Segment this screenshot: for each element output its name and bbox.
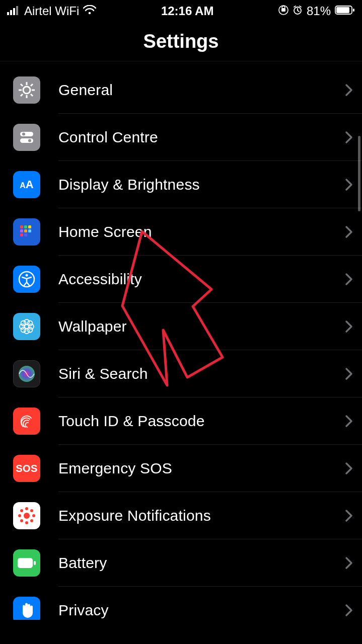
svg-rect-3	[16, 6, 18, 15]
chevron-right-icon	[345, 273, 353, 286]
apps-grid-icon	[13, 218, 40, 246]
bottom-bar	[0, 620, 362, 644]
settings-list: General Control Centre AA Display & Brig…	[0, 61, 362, 634]
svg-rect-2	[13, 8, 15, 15]
wifi-icon	[83, 4, 96, 18]
svg-line-18	[21, 94, 23, 96]
chevron-right-icon	[345, 462, 353, 475]
svg-rect-24	[20, 225, 23, 228]
orientation-lock-icon	[278, 4, 288, 18]
row-label: Siri & Search	[58, 365, 345, 382]
svg-point-36	[24, 329, 29, 334]
accessibility-icon	[13, 266, 40, 293]
svg-rect-30	[20, 233, 23, 236]
svg-point-21	[22, 133, 25, 136]
svg-rect-20	[20, 132, 33, 136]
toggles-icon	[13, 124, 40, 151]
svg-point-45	[25, 507, 28, 510]
svg-line-16	[21, 84, 23, 86]
svg-rect-0	[7, 12, 9, 15]
settings-row-emergency-sos[interactable]: SOS Emergency SOS	[0, 445, 362, 492]
svg-point-41	[21, 328, 26, 333]
svg-rect-1	[10, 10, 12, 15]
sos-icon: SOS	[13, 455, 40, 482]
gear-icon	[13, 76, 40, 104]
signal-icon	[7, 4, 20, 18]
svg-point-23	[28, 139, 31, 142]
exposure-icon	[13, 502, 40, 529]
svg-point-50	[30, 519, 33, 522]
row-label: General	[58, 82, 345, 99]
svg-point-47	[18, 514, 21, 517]
row-label: Exposure Notifications	[58, 507, 345, 524]
row-label: Control Centre	[58, 129, 345, 146]
svg-point-38	[29, 324, 34, 329]
svg-rect-28	[24, 229, 27, 232]
settings-row-wallpaper[interactable]: Wallpaper	[0, 303, 362, 350]
svg-point-52	[30, 509, 33, 512]
svg-point-11	[23, 87, 30, 94]
fingerprint-icon	[13, 408, 40, 435]
settings-row-home-screen[interactable]: Home Screen	[0, 208, 362, 256]
svg-point-42	[28, 321, 33, 326]
status-bar: Airtel WiFi 12:16 AM 81%	[0, 0, 362, 22]
row-label: Emergency SOS	[58, 460, 345, 477]
settings-row-display-brightness[interactable]: AA Display & Brightness	[0, 161, 362, 208]
chevron-right-icon	[345, 509, 353, 522]
scrollbar-thumb[interactable]	[358, 136, 360, 211]
settings-row-siri-search[interactable]: Siri & Search	[0, 350, 362, 397]
battery-icon	[335, 4, 355, 18]
row-label: Wallpaper	[58, 318, 345, 335]
chevron-right-icon	[345, 320, 353, 333]
svg-rect-53	[18, 558, 33, 568]
chevron-right-icon	[345, 131, 353, 144]
row-label: Display & Brightness	[58, 176, 345, 193]
siri-icon	[13, 360, 40, 387]
text-size-icon: AA	[13, 171, 40, 198]
svg-rect-27	[20, 229, 23, 232]
svg-point-37	[20, 324, 25, 329]
chevron-right-icon	[345, 415, 353, 428]
settings-row-accessibility[interactable]: Accessibility	[0, 256, 362, 303]
settings-row-exposure[interactable]: Exposure Notifications	[0, 492, 362, 539]
chevron-right-icon	[345, 367, 353, 380]
svg-point-39	[21, 321, 26, 326]
svg-point-51	[20, 519, 23, 522]
svg-point-48	[32, 514, 35, 517]
svg-point-33	[26, 274, 28, 277]
svg-rect-26	[28, 225, 31, 228]
svg-point-44	[24, 513, 30, 519]
svg-point-40	[28, 328, 33, 333]
svg-line-17	[31, 94, 33, 96]
settings-row-touchid[interactable]: Touch ID & Passcode	[0, 397, 362, 445]
alarm-icon	[293, 4, 303, 18]
chevron-right-icon	[345, 225, 353, 238]
row-label: Touch ID & Passcode	[58, 413, 345, 430]
chevron-right-icon	[345, 84, 353, 97]
svg-rect-29	[28, 229, 31, 232]
svg-point-49	[20, 509, 23, 512]
svg-rect-10	[353, 9, 354, 12]
page-title: Settings	[0, 22, 362, 61]
svg-point-4	[89, 12, 91, 15]
settings-row-battery[interactable]: Battery	[0, 539, 362, 587]
svg-rect-6	[281, 8, 285, 12]
clock-label: 12:16 AM	[96, 4, 278, 18]
battery-full-icon	[13, 549, 40, 577]
flower-icon	[13, 313, 40, 340]
svg-line-19	[31, 84, 33, 86]
svg-rect-9	[336, 7, 349, 13]
row-label: Privacy	[58, 602, 345, 619]
settings-row-control-centre[interactable]: Control Centre	[0, 114, 362, 161]
chevron-right-icon	[345, 604, 353, 617]
chevron-right-icon	[345, 556, 353, 570]
row-label: Accessibility	[58, 271, 345, 288]
svg-rect-25	[24, 225, 27, 228]
row-label: Battery	[58, 554, 345, 572]
settings-row-general[interactable]: General	[0, 66, 362, 114]
svg-rect-54	[34, 561, 36, 565]
row-label: Home Screen	[58, 223, 345, 240]
battery-percent-label: 81%	[307, 4, 331, 18]
svg-point-35	[24, 319, 29, 325]
svg-point-46	[25, 521, 28, 524]
